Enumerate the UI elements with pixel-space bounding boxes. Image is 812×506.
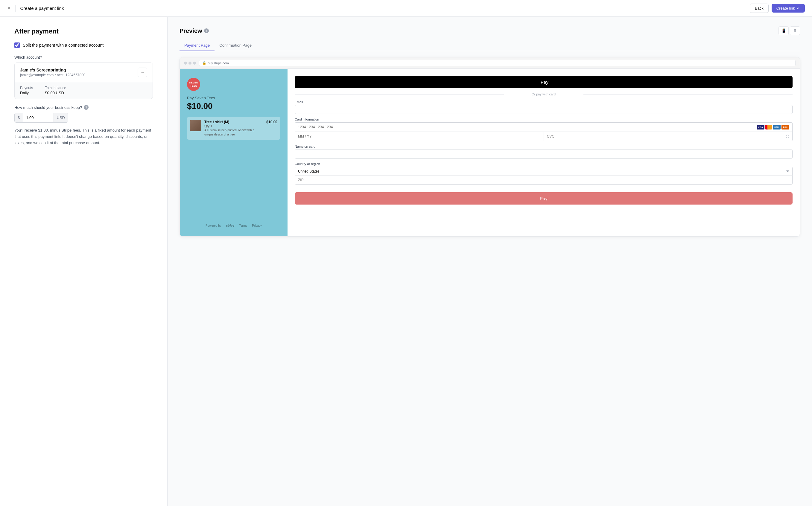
close-icon: × [7, 5, 10, 11]
split-payment-label: Split the payment with a connected accou… [23, 43, 103, 48]
product-info: Tree t-shirt (M) Qty 1 A custom screen-p… [205, 120, 263, 137]
privacy-link[interactable]: Privacy [252, 224, 262, 227]
merchant-badge: SEVENTEES [187, 78, 200, 91]
account-card-bottom: Payouts Daily Total balance $0.00 USD [15, 82, 153, 99]
right-panel: Preview i 📱 🖥 Payment Page Confirmation … [168, 17, 812, 506]
balance-value: $0.00 USD [45, 91, 66, 95]
balance-label: Total balance [45, 86, 66, 90]
card-cvc-wrapper: ⬡ [544, 132, 793, 141]
account-card: Jamie's Screenprinting jamie@example.com… [14, 63, 153, 99]
browser-url: 🔒 buy.stripe.com [199, 60, 796, 66]
keep-label: How much should your business keep? [14, 105, 82, 110]
amex-logo: AMEX [773, 125, 781, 130]
topbar-left: × Create a payment link [7, 5, 64, 12]
country-label: Country or region [295, 162, 793, 166]
split-payment-row: Split the payment with a connected accou… [14, 43, 153, 48]
split-payment-checkbox[interactable] [14, 43, 20, 48]
preview-product-info: SEVENTEES Pay Seven Tees $10.00 Tree t-s… [187, 78, 280, 140]
card-information-field: Card information VISA [295, 117, 793, 141]
cvc-icon: ⬡ [786, 134, 789, 139]
card-number-input[interactable] [298, 125, 757, 129]
name-on-card-field: Name on card [295, 145, 793, 159]
country-region-field: Country or region United States [295, 162, 793, 184]
balance-stat: Total balance $0.00 USD [45, 86, 66, 95]
which-account-label: Which account? [14, 55, 153, 60]
back-button[interactable]: Back [750, 4, 768, 13]
create-link-label: Create link [777, 6, 795, 10]
topbar: × Create a payment link Back Create link… [0, 0, 812, 17]
product-price: $10.00 [266, 120, 277, 124]
terms-link[interactable]: Terms [239, 224, 247, 227]
topbar-right: Back Create link ✓ [750, 4, 805, 13]
browser-dot-3 [193, 62, 196, 65]
browser-dot-1 [184, 62, 187, 65]
card-logos: VISA AMEX DISC [757, 125, 789, 130]
amount-suffix: USD [54, 113, 68, 122]
preview-form-panel: Pay Or pay with card Email Card informat… [288, 69, 800, 236]
powered-by-text: Powered by [206, 224, 221, 227]
card-fields-group: VISA AMEX DISC [295, 122, 793, 141]
pay-label: Pay Seven Tees [187, 96, 280, 100]
preview-title: Preview i [179, 27, 209, 34]
visa-logo: VISA [757, 125, 764, 130]
preview-header: Preview i 📱 🖥 [179, 26, 800, 35]
account-info: Jamie's Screenprinting jamie@example.com… [20, 68, 86, 77]
pay-button[interactable]: Pay [295, 192, 793, 204]
email-input[interactable] [295, 105, 793, 114]
desktop-view-button[interactable]: 🖥 [790, 26, 800, 35]
preview-footer: Powered by stripe Terms Privacy [187, 224, 280, 227]
preview-info-icon[interactable]: i [204, 28, 209, 33]
lock-icon: 🔒 [202, 61, 207, 65]
tab-confirmation-page[interactable]: Confirmation Page [215, 40, 256, 51]
discover-logo: DISC [782, 125, 789, 130]
card-expiry-cvc-row: ⬡ [295, 132, 792, 141]
stripe-logo: stripe [226, 224, 234, 227]
product-name: Tree t-shirt (M) [205, 120, 263, 124]
name-on-card-input[interactable] [295, 150, 793, 159]
product-row: Tree t-shirt (M) Qty 1 A custom screen-p… [187, 117, 280, 140]
product-image-inner [190, 120, 201, 131]
browser-dot-2 [188, 62, 191, 65]
amount-prefix: $ [15, 113, 23, 122]
main-layout: After payment Split the payment with a c… [0, 17, 812, 506]
account-more-button[interactable]: ··· [138, 68, 147, 77]
close-button[interactable]: × [7, 5, 10, 11]
account-email: jamie@example.com • acct_1234567890 [20, 73, 86, 77]
left-panel: After payment Split the payment with a c… [0, 17, 168, 506]
keep-info-icon[interactable]: ? [84, 105, 89, 110]
zip-input[interactable] [295, 176, 793, 184]
account-name: Jamie's Screenprinting [20, 68, 86, 72]
card-cvc-input[interactable] [547, 134, 786, 139]
or-pay-divider: Or pay with card [295, 92, 793, 96]
card-label: Card information [295, 117, 793, 121]
mobile-view-button[interactable]: 📱 [779, 26, 789, 35]
browser-content: SEVENTEES Pay Seven Tees $10.00 Tree t-s… [180, 69, 800, 236]
keep-label-row: How much should your business keep? ? [14, 105, 153, 110]
page-title: Create a payment link [20, 6, 64, 11]
account-card-top: Jamie's Screenprinting jamie@example.com… [15, 63, 153, 82]
payouts-label: Payouts [20, 86, 33, 90]
apple-pay-button[interactable]: Pay [295, 76, 793, 88]
checkmark-icon: ✓ [797, 6, 800, 10]
card-number-row: VISA AMEX DISC [295, 122, 792, 132]
preview-product-panel: SEVENTEES Pay Seven Tees $10.00 Tree t-s… [180, 69, 288, 236]
browser-dots [184, 62, 196, 65]
payouts-value: Daily [20, 91, 33, 95]
browser-bar: 🔒 buy.stripe.com [180, 58, 800, 69]
mastercard-logo-2 [767, 125, 772, 130]
helper-text: You'll receive $1.00, minus Stripe fees.… [14, 128, 153, 146]
apple-pay-label: Pay [541, 80, 548, 85]
create-link-button[interactable]: Create link ✓ [772, 4, 805, 13]
product-qty: Qty 1 [205, 124, 263, 128]
name-on-card-label: Name on card [295, 145, 793, 148]
device-toggle: 📱 🖥 [779, 26, 800, 35]
product-desc: A custom screen-printed T-shirt with a u… [205, 128, 263, 137]
email-label: Email [295, 100, 793, 104]
amount-input[interactable] [23, 113, 53, 122]
payouts-stat: Payouts Daily [20, 86, 33, 95]
tab-payment-page[interactable]: Payment Page [179, 40, 215, 51]
email-field: Email [295, 100, 793, 114]
card-expiry-input[interactable] [295, 132, 544, 141]
country-select[interactable]: United States [295, 167, 793, 176]
amount-input-row: $ USD [14, 113, 68, 122]
